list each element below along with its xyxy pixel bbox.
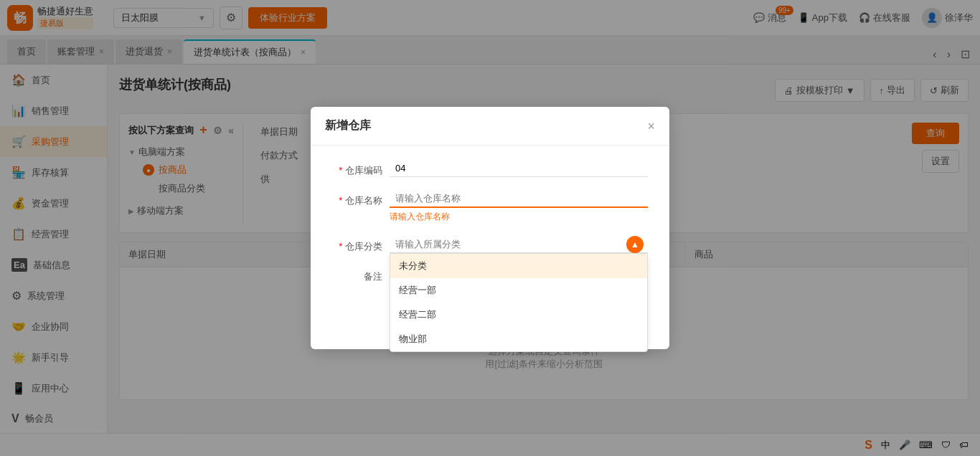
- modal-overlay: 新增仓库 × * 仓库编码 * 仓库名称: [0, 0, 980, 456]
- dropdown-item-ops2[interactable]: 经营二部: [390, 303, 647, 327]
- dialog-close-button[interactable]: ×: [647, 120, 655, 133]
- category-dropdown: 未分类 经营一部 经营二部 物业部: [390, 253, 648, 352]
- name-label: * 仓库名称: [332, 190, 390, 207]
- dropdown-item-property[interactable]: 物业部: [390, 327, 647, 351]
- dialog-body: * 仓库编码 * 仓库名称 请输入仓库名称: [311, 146, 669, 310]
- dropdown-item-uncategorized[interactable]: 未分类: [390, 254, 647, 278]
- form-row-name: * 仓库名称 请输入仓库名称: [332, 190, 648, 223]
- code-label: * 仓库编码: [332, 160, 390, 177]
- category-toggle-button[interactable]: ▲: [626, 236, 644, 253]
- category-input[interactable]: [390, 236, 648, 253]
- form-row-code: * 仓库编码: [332, 160, 648, 177]
- category-label: * 仓库分类: [332, 236, 390, 253]
- warehouse-code-input[interactable]: [390, 160, 648, 177]
- form-row-category: * 仓库分类 ▲ 未分类 经营一部 经营二部 物业部: [332, 236, 648, 253]
- note-label: 备注: [332, 266, 390, 283]
- warehouse-name-input[interactable]: [390, 190, 648, 208]
- dialog-title: 新增仓库: [325, 118, 371, 133]
- required-mark: *: [339, 165, 342, 176]
- dropdown-item-ops1[interactable]: 经营一部: [390, 278, 647, 303]
- new-warehouse-dialog: 新增仓库 × * 仓库编码 * 仓库名称: [311, 107, 669, 349]
- category-wrapper: ▲ 未分类 经营一部 经营二部 物业部: [390, 236, 648, 253]
- required-mark-name: *: [339, 195, 342, 206]
- dialog-header: 新增仓库 ×: [311, 107, 669, 146]
- name-error-msg: 请输入仓库名称: [390, 211, 648, 223]
- required-mark-cat: *: [339, 241, 342, 252]
